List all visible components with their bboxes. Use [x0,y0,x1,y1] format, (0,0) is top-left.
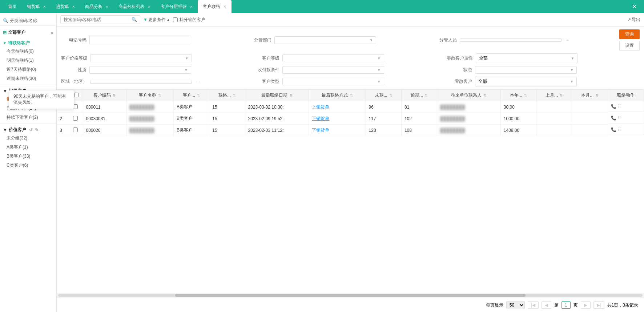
tab-product-analysis-close[interactable]: ✕ [105,5,108,9]
th-contacts-sort[interactable]: ⇅ [233,93,236,97]
select-all-checkbox[interactable] [74,93,79,97]
sidebar-item-tomorrow-pending[interactable]: 明天待联络(1) [0,56,56,65]
sidebar-item-today-pending[interactable]: 今天待联络(0) [0,47,56,56]
dept-select[interactable]: ▼ [274,36,376,44]
th-this-month-sort[interactable]: ⇅ [596,93,599,97]
my-customers-checkbox[interactable]: 我分管的客户 [173,17,205,23]
tab-customer-tier[interactable]: 客户分层经营 ✕ [156,0,198,13]
filter-status: 状态 ▼ [447,66,640,74]
value-group-refresh[interactable]: ↺ [29,127,33,133]
zero-attr-select[interactable]: 全部 ▼ [476,53,577,63]
action-phone-icon[interactable]: 📞 [611,116,616,121]
sidebar-all-customers[interactable]: ⊞ 全部客户 « [0,27,56,38]
action-more-icon[interactable]: ⠿ [618,104,621,109]
action-more-icon[interactable]: ⠿ [618,127,621,132]
sidebar-search-input[interactable] [10,18,53,23]
row-checkbox[interactable] [70,125,83,136]
value-group-edit[interactable]: ✎ [35,127,39,133]
th-overdue: 逾期... ⇅ [401,90,437,101]
sidebar-item-7days-pending[interactable]: 近7天待联络(0) [0,65,56,74]
next-page-btn[interactable]: ▶ [581,301,591,309]
th-type-sort[interactable]: ⇅ [197,93,200,97]
tab-sales[interactable]: 销货单 ✕ [22,0,51,13]
th-last-method-sort[interactable]: ⇅ [350,93,353,97]
row-current-year: 1408.00 [500,125,536,136]
sidebar-item-ungrouped[interactable]: 未分组(32) [0,134,56,143]
status-select[interactable]: ▼ [475,66,577,74]
settings-button[interactable]: 设置 [619,41,640,50]
search-submit-icon[interactable]: 🔍 [132,17,137,22]
sidebar-item-c-class[interactable]: C类客户(6) [0,161,56,170]
tab-customer-contact-close[interactable]: ✕ [223,4,226,9]
sidebar-item-overdue-pending[interactable]: 逾期未联络(30) [0,74,56,83]
first-page-btn[interactable]: |◀ [528,301,539,309]
action-more-icon[interactable]: ⠿ [618,116,621,121]
payment-select[interactable]: ▼ [282,66,384,74]
my-customers-check[interactable] [173,17,178,22]
phone-label: 电话号码 [61,37,86,43]
sidebar-group-value[interactable]: ▼ 价值客户 ↺ ✎ [0,125,56,134]
th-name-sort[interactable]: ⇅ [158,93,161,97]
person-more-dots[interactable]: ··· [566,37,569,42]
region-more-dots[interactable]: ··· [196,79,200,84]
status-arrow: ▼ [570,68,573,72]
customer-grade-select[interactable]: ▼ [282,54,384,62]
th-contact-person-sort[interactable]: ⇅ [484,93,487,97]
th-code-sort[interactable]: ⇅ [113,93,116,97]
sidebar-collapse-icon[interactable]: « [51,30,53,36]
search-input[interactable] [64,17,130,22]
tab-purchase-close[interactable]: ✕ [72,5,75,9]
action-phone-icon[interactable]: 📞 [611,104,616,109]
more-conditions-btn[interactable]: ▼ 更多条件 ▲ [143,17,170,23]
tab-home[interactable]: 首页 [3,0,22,13]
sidebar-item-b-class[interactable]: B类客户(33) [0,152,56,161]
customer-type-select[interactable]: ▼ [282,78,384,85]
prev-page-btn[interactable]: ◀ [542,301,551,309]
tab-customer-contact[interactable]: 客户联络 ✕ [198,0,232,13]
horizontal-scrollbar[interactable] [57,293,644,298]
export-btn[interactable]: ↗ 导出 [627,17,640,23]
row-checkbox[interactable] [70,113,83,125]
scrollbar-thumb[interactable] [175,294,526,297]
tab-customer-tier-close[interactable]: ✕ [190,5,193,9]
sidebar-item-declining[interactable]: 持续下滑客户(2) [0,113,56,122]
person-select[interactable] [460,38,562,42]
row-select-check[interactable] [73,116,78,121]
zero-customer-select[interactable]: 全部 ▼ [475,77,577,86]
th-year-sort[interactable]: ⇅ [524,93,527,97]
window-close-btn[interactable]: ✕ [628,3,641,10]
last-page-btn[interactable]: ▶| [593,301,604,309]
tab-product-list[interactable]: 商品分析列表 ✕ [113,0,156,13]
phone-input[interactable] [89,36,191,44]
row-this-month [572,101,608,113]
nature-select[interactable]: ▼ [89,66,191,74]
th-last-month-sort[interactable]: ⇅ [560,93,563,97]
per-page-label: 每页显示 [486,302,503,308]
row-select-check[interactable] [73,127,78,132]
sidebar-group-pending[interactable]: ▼ 待联络客户 [0,38,56,47]
region-select[interactable] [90,80,192,84]
table-header-row: ⚙ 客户编码 ⇅ 客户名称 ⇅ 客户... ⇅ [57,90,644,101]
all-customers-label: 全部客户 [8,29,25,36]
row-action[interactable]: 📞 ⠿ [608,113,644,123]
th-uncontacted-sort[interactable]: ⇅ [389,93,392,97]
action-phone-icon[interactable]: 📞 [611,127,616,132]
value-group-label: 价值客户 [9,127,26,133]
last-method-link[interactable]: 下销货单 [312,127,329,133]
per-page-select[interactable]: 50 100 [506,301,525,309]
price-grade-select[interactable]: ▼ [90,54,192,62]
tab-product-analysis-label: 商品分析 [85,4,102,10]
query-button[interactable]: 查询 [619,29,640,39]
tab-sales-close[interactable]: ✕ [43,5,46,9]
row-name: ████████ [126,113,174,125]
sidebar-item-a-class[interactable]: A类客户(1) [0,143,56,152]
th-last-date-sort[interactable]: ⇅ [290,93,293,97]
tab-product-list-close[interactable]: ✕ [148,5,150,9]
th-overdue-sort[interactable]: ⇅ [425,93,428,97]
last-method-link[interactable]: 下销货单 [312,104,329,109]
row-action[interactable]: 📞 ⠿ [608,101,644,112]
row-action[interactable]: 📞 ⠿ [608,125,644,135]
last-method-link[interactable]: 下销货单 [312,116,329,121]
tab-product-analysis[interactable]: 商品分析 ✕ [80,0,113,13]
tab-purchase[interactable]: 进货单 ✕ [51,0,80,13]
